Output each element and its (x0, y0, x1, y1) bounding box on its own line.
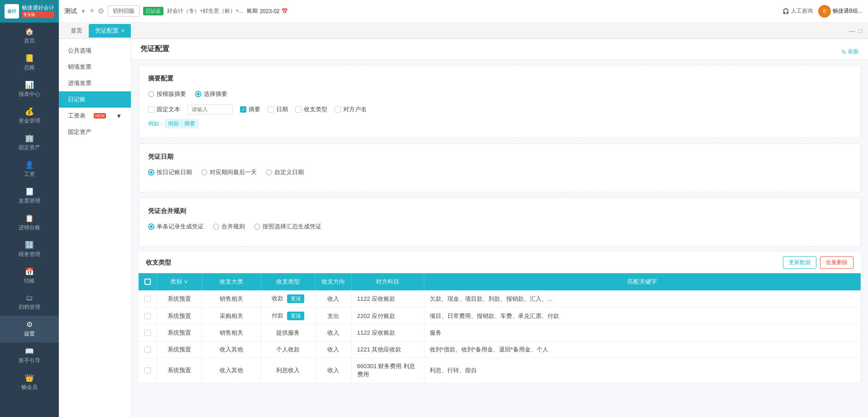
row-big-type-3: 销售相关 (202, 325, 261, 341)
summary-checkbox-group: 固定文本 ✓ 摘要 日期 收支类型 (148, 104, 851, 114)
row-account-4: 1221 其他应收款 (351, 341, 424, 358)
sidebar-item-purchase-sales[interactable]: 📋 进销台账 (0, 209, 59, 236)
tabbar: 首页 凭证配置 × — □ (59, 23, 868, 39)
radio-period-last[interactable]: 对应期间最后一天 (201, 168, 257, 176)
row-keywords-4: 收到*借款、收到*备用金、退回*备用金、个人 (424, 341, 861, 358)
left-nav-public[interactable]: 公共选项 (59, 43, 131, 59)
tab-voucher-config[interactable]: 凭证配置 × (89, 24, 131, 38)
radio-journal-date[interactable]: 按日记账日期 (148, 168, 192, 176)
left-nav-salary[interactable]: 工资表 NEW ▼ (59, 108, 131, 124)
row-keywords-2: 项目、日常费用、报销款、车费、承兑汇票、付款 (424, 308, 861, 325)
checkbox-date-box (268, 106, 274, 113)
checkbox-payment-type[interactable]: 收支类型 (295, 105, 327, 114)
checkbox-summary[interactable]: ✓ 摘要 (240, 105, 260, 114)
sidebar-item-fixed-assets[interactable]: 🏢 固定资产 (0, 129, 59, 156)
row-big-type-2: 采购相关 (202, 308, 261, 325)
row-check-5[interactable] (139, 358, 157, 383)
logo-icon: 会计 (5, 4, 19, 19)
topbar: 测试 ▼ + ⚙ 切到旧版 已认证 好会计（专）+好生意（标）+... 账期 2… (59, 0, 868, 23)
left-nav-fixed-assets[interactable]: 固定资产 (59, 124, 131, 140)
tab-maximize-icon[interactable]: □ (859, 27, 863, 34)
th-account: 对方科目 (351, 273, 424, 290)
row-sub-type-5: 利息收入 (261, 358, 315, 383)
radio-dot-2 (150, 225, 153, 228)
row-check-1[interactable] (139, 290, 157, 308)
fixed-text-input[interactable] (187, 104, 233, 114)
batch-delete-button[interactable]: 批量删除 (820, 256, 854, 269)
checkbox-counterparty[interactable]: 对方户名 (335, 105, 367, 114)
checkbox-fixed-text-box (148, 106, 154, 113)
sidebar-item-guide[interactable]: 📖 新手引导 (0, 342, 59, 369)
sidebar-item-settings[interactable]: ⚙ 设置 (0, 316, 59, 342)
calendar-icon[interactable]: 📅 (281, 8, 288, 14)
funds-icon: 💰 (25, 107, 34, 116)
sidebar-item-funds[interactable]: 💰 资金管理 (0, 103, 59, 129)
sidebar-item-salary[interactable]: 👤 工资 (0, 156, 59, 183)
new-badge: NEW (94, 113, 106, 118)
sidebar-item-invoice[interactable]: 🧾 发票管理 (0, 183, 59, 209)
table-actions: 更新数据 批量删除 (783, 256, 854, 269)
row-check-3[interactable] (139, 325, 157, 341)
tab-minimize-icon[interactable]: — (849, 27, 855, 34)
sidebar-item-tax[interactable]: 🔢 税务管理 (0, 236, 59, 263)
row-sub-type-4: 个人收款 (261, 341, 315, 358)
checkbox-fixed-text[interactable]: 固定文本 (148, 105, 180, 114)
refresh-button[interactable]: ↻ 刷新 (842, 48, 859, 56)
table-header-row: 收支类型 更新数据 批量删除 (139, 252, 861, 273)
sidebar-item-archive[interactable]: 🗂 归档管理 (0, 289, 59, 316)
workspace-dropdown-icon[interactable]: ▼ (81, 8, 86, 14)
update-data-button[interactable]: 更新数据 (783, 256, 816, 269)
left-nav-purchase-invoice[interactable]: 进项发票 (59, 75, 131, 91)
left-nav-sales-invoice[interactable]: 销项发票 (59, 59, 131, 75)
tab-controls: — □ (849, 27, 863, 34)
radio-dot (197, 93, 200, 95)
sidebar-item-ledger[interactable]: 📒 总账 (0, 49, 59, 76)
invoice-icon: 🧾 (25, 187, 34, 196)
row-direction-3: 收入 (315, 325, 351, 341)
date-section-title: 凭证日期 (148, 153, 851, 161)
row-category-3: 系统预置 (157, 325, 202, 341)
headset-icon: 🎧 (782, 8, 789, 14)
row-check-2[interactable] (139, 308, 157, 325)
left-nav-journal[interactable]: 日记账 (59, 91, 131, 108)
radio-custom-date-circle (266, 169, 272, 175)
tab-close-icon[interactable]: × (121, 28, 125, 34)
row-account-1: 1122 应收账款 (351, 290, 424, 308)
row-category-4: 系统预置 (157, 341, 202, 358)
radio-select-summary-gen[interactable]: 按照选择汇总生成凭证 (254, 223, 321, 231)
refresh-icon: ↻ (842, 49, 846, 55)
table-row: 系统预置 销售相关 提供服务 收入 1122 应收账款 服务 (139, 325, 861, 341)
row-check-4[interactable] (139, 341, 157, 358)
service-button[interactable]: 🎧 人工咨询 (782, 7, 813, 15)
radio-single-record[interactable]: 单条记录生成凭证 (148, 223, 204, 231)
add-workspace-button[interactable]: + (90, 6, 95, 16)
row-direction-2: 支出 (315, 308, 351, 325)
tab-home[interactable]: 首页 (64, 24, 89, 38)
guide-icon: 📖 (25, 347, 34, 355)
fixed-assets-icon: 🏢 (25, 134, 34, 142)
switch-version-button[interactable]: 切到旧版 (108, 5, 139, 17)
radio-select-summary[interactable]: 选择摘要 (195, 90, 227, 98)
th-keywords: 匹配关键字 (424, 273, 861, 290)
table-row: 系统预置 收入其他 个人收款 收入 1221 其他应收款 收到*借款、收到*备用… (139, 341, 861, 358)
th-checkbox[interactable] (139, 273, 157, 290)
settings-icon: ⚙ (26, 320, 33, 329)
sidebar-item-close[interactable]: 📅 结账 (0, 263, 59, 289)
th-category: 类别 ∨ (157, 273, 202, 290)
sidebar-item-reports[interactable]: 📊 报表中心 (0, 76, 59, 103)
settings-gear-icon[interactable]: ⚙ (98, 7, 104, 15)
radio-custom-date[interactable]: 自定义日期 (266, 168, 304, 176)
sidebar-item-home[interactable]: 🏠 首页 (0, 23, 59, 49)
radio-merge-rule[interactable]: 合并规则 (213, 223, 245, 231)
row-account-2: 2202 应付账款 (351, 308, 424, 325)
radio-single-record-circle (148, 223, 154, 230)
top-tag-2[interactable]: 置顶 (287, 312, 304, 320)
content-area: 凭证配置 ↻ 刷新 摘要配置 按模版摘要 (131, 39, 868, 417)
radio-period-last-circle (201, 169, 207, 175)
radio-template-summary[interactable]: 按模版摘要 (148, 90, 186, 98)
sidebar-item-member[interactable]: 👑 畅会员 (0, 369, 59, 396)
checkbox-date[interactable]: 日期 (268, 105, 288, 114)
top-tag-1[interactable]: 置顶 (287, 294, 304, 303)
user-profile[interactable]: B 畅捷通B组... (818, 5, 863, 18)
date-section: 凭证日期 按日记账日期 对应期间最后一天 自定义日期 (139, 143, 861, 192)
